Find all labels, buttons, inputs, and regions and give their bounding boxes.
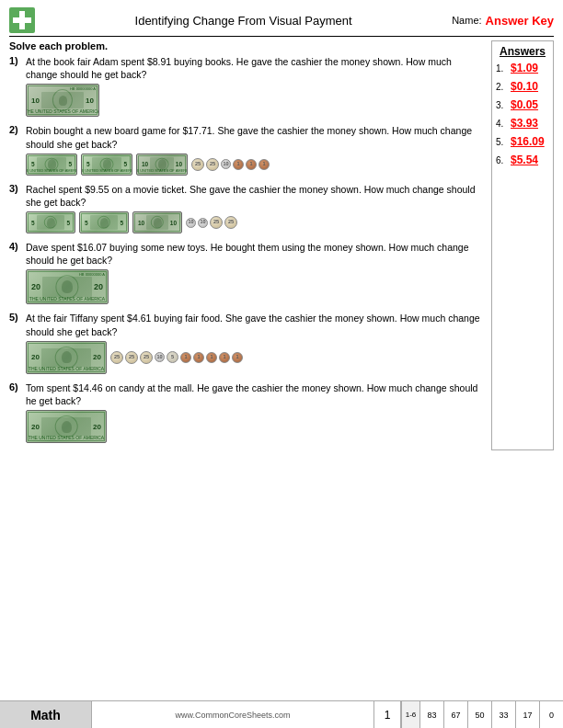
answer-key-label: Answer Key (486, 14, 554, 28)
page: Identifying Change From Visual Payment N… (0, 0, 563, 728)
problem-2: 2) Robin bought a new board game for $17… (9, 124, 484, 175)
footer-stat-4: 17 (515, 701, 539, 728)
problems-section: Solve each problem. 1) At the book fair … (9, 40, 484, 450)
problem-4-header: 4) Dave spent $16.07 buying some new toy… (9, 241, 484, 267)
problem-2-images: 55 THE UNITED STATES OF AMERICA 55 THE U… (26, 154, 484, 176)
coin-penny: 1 (180, 352, 191, 363)
bill-10-1: 10 10 THE UNITED STATES OF AMERICA HB 00… (26, 84, 99, 117)
bill-5-2: 55 THE UNITED STATES OF AMERICA (81, 154, 132, 176)
footer: Math www.CommonCoreSheets.com 1 1-6 83 6… (0, 700, 563, 728)
problem-3-coins: 10 10 25 25 (186, 216, 237, 229)
problem-6: 6) Tom spent $14.46 on candy at the mall… (9, 381, 484, 443)
header-right: Name: Answer Key (444, 14, 554, 28)
coin-penny: 1 (232, 352, 243, 363)
bill-5-3b: 55 (79, 211, 129, 233)
answer-row-2: 2. $0.10 (496, 80, 549, 93)
coin-dime: 10 (186, 218, 196, 228)
answer-val-5: $16.09 (511, 135, 545, 148)
problem-2-text: Robin bought a new board game for $17.71… (26, 124, 484, 150)
problem-5-header: 5) At the fair Tiffany spent $4.61 buyin… (9, 312, 484, 337)
problem-1-images: 10 10 THE UNITED STATES OF AMERICA HB 00… (26, 84, 484, 117)
coin-dime: 10 (155, 352, 165, 362)
coin-penny: 1 (219, 352, 230, 363)
problem-1-num: 1) (9, 55, 22, 66)
answer-val-6: $5.54 (511, 154, 538, 166)
coin-dime: 10 (221, 159, 231, 169)
problem-1: 1) At the book fair Adam spent $8.91 buy… (9, 55, 484, 117)
problem-5-text: At the fair Tiffany spent $4.61 buying f… (26, 312, 484, 337)
bill-20-5: 20 20 THE UNITED STATES OF AMERICA (26, 341, 107, 374)
coin-penny: 1 (233, 159, 244, 170)
coin-penny: 1 (246, 159, 257, 170)
problem-5-num: 5) (9, 312, 22, 323)
footer-stat-0: 83 (419, 701, 443, 728)
logo-icon (9, 7, 35, 33)
answer-num-6: 6. (496, 155, 509, 165)
page-title: Identifying Change From Visual Payment (42, 14, 444, 28)
answer-row-5: 5. $16.09 (496, 135, 549, 148)
coin-dime: 10 (198, 218, 208, 228)
coin-quarter: 25 (191, 158, 204, 171)
footer-subject: Math (0, 701, 92, 728)
footer-url: www.CommonCoreSheets.com (92, 701, 373, 728)
footer-stat-5: 0 (539, 701, 563, 728)
problem-4-text: Dave spent $16.07 buying some new toys. … (26, 241, 484, 267)
coin-quarter: 25 (206, 158, 219, 171)
problem-6-num: 6) (9, 381, 22, 392)
bill-5-1: 55 THE UNITED STATES OF AMERICA (26, 154, 77, 176)
bill-5-3a: 55 (26, 211, 75, 233)
problem-6-header: 6) Tom spent $14.46 on candy at the mall… (9, 381, 484, 407)
footer-range: 1-6 (401, 701, 419, 728)
problem-3-header: 3) Rachel spent $9.55 on a movie ticket.… (9, 183, 484, 209)
coin-nickel: 5 (167, 351, 178, 363)
answer-num-1: 1. (496, 63, 509, 74)
coin-quarter: 25 (110, 351, 123, 364)
coin-quarter: 25 (125, 351, 138, 364)
answer-val-1: $1.09 (511, 62, 538, 74)
answer-row-3: 3. $0.05 (496, 98, 549, 111)
bill-20-6: 20 20 THE UNITED STATES OF AMERICA (26, 410, 107, 443)
problem-3-text: Rachel spent $9.55 on a movie ticket. Sh… (26, 183, 484, 209)
name-label: Name: (452, 15, 481, 26)
footer-stat-2: 50 (467, 701, 491, 728)
bill-10-3: 1010 (132, 211, 182, 233)
coin-penny: 1 (193, 352, 204, 363)
problem-2-coins: 25 25 10 1 1 1 (191, 158, 270, 171)
answer-num-3: 3. (496, 100, 509, 110)
answer-num-4: 4. (496, 119, 509, 129)
problem-1-text: At the book fair Adam spent $8.91 buying… (26, 55, 484, 81)
problem-4-images: 20 20 THE UNITED STATES OF AMERICA HB 00… (26, 269, 484, 304)
bill-10-2: 1010 THE UNITED STATES OF AMERICA (136, 154, 188, 176)
problem-2-header: 2) Robin bought a new board game for $17… (9, 124, 484, 150)
answer-row-6: 6. $5.54 (496, 154, 549, 166)
coin-penny: 1 (206, 352, 217, 363)
answers-title: Answers (496, 45, 549, 58)
problem-4-num: 4) (9, 241, 22, 252)
answer-row-1: 1. $1.09 (496, 62, 549, 74)
problem-3: 3) Rachel spent $9.55 on a movie ticket.… (9, 183, 484, 233)
problem-5-images: 20 20 THE UNITED STATES OF AMERICA 25 25… (26, 341, 484, 374)
problem-1-header: 1) At the book fair Adam spent $8.91 buy… (9, 55, 484, 81)
problem-5: 5) At the fair Tiffany spent $4.61 buyin… (9, 312, 484, 373)
problem-2-num: 2) (9, 124, 22, 135)
svg-rect-2 (13, 17, 31, 23)
problem-6-images: 20 20 THE UNITED STATES OF AMERICA (26, 410, 484, 443)
problem-6-text: Tom spent $14.46 on candy at the mall. H… (26, 381, 484, 407)
answer-val-2: $0.10 (511, 80, 538, 93)
coin-penny: 1 (259, 159, 270, 170)
coin-quarter: 25 (140, 351, 153, 364)
answer-val-4: $3.93 (511, 117, 538, 130)
footer-stats: 1-6 83 67 50 33 17 0 (401, 701, 563, 728)
footer-stat-3: 33 (491, 701, 515, 728)
answer-row-4: 4. $3.93 (496, 117, 549, 130)
instructions: Solve each problem. (9, 40, 484, 51)
problem-3-images: 55 55 1010 10 10 25 25 (26, 211, 484, 233)
header: Identifying Change From Visual Payment N… (9, 7, 554, 37)
problem-3-num: 3) (9, 183, 22, 194)
coin-quarter: 25 (224, 216, 237, 229)
answer-val-3: $0.05 (511, 98, 538, 111)
main-content: Solve each problem. 1) At the book fair … (9, 40, 554, 450)
problem-4: 4) Dave spent $16.07 buying some new toy… (9, 241, 484, 304)
bill-20-4: 20 20 THE UNITED STATES OF AMERICA HB 00… (26, 269, 109, 304)
footer-stat-1: 67 (443, 701, 467, 728)
